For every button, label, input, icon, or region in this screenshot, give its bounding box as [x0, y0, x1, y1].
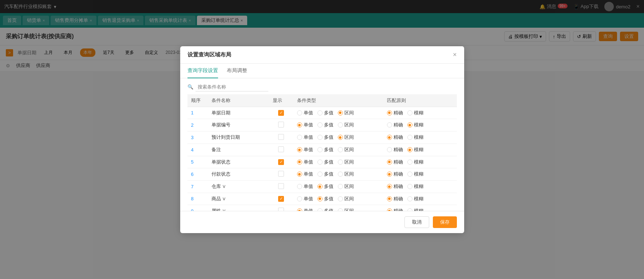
match-opt-模糊-3[interactable]: 模糊 [407, 146, 423, 153]
match-opt-精确-3[interactable]: 精确 [387, 146, 403, 153]
type-opt-单值-0[interactable]: 单值 [297, 110, 313, 116]
match-opt-精确-2[interactable]: 精确 [387, 134, 403, 141]
radio-label-区间-3: 区间 [344, 146, 354, 153]
radio-label-区间-2: 区间 [344, 134, 354, 141]
checkbox-1[interactable] [278, 122, 284, 127]
type-opt-多值-0[interactable]: 多值 [317, 110, 333, 116]
checkbox-7[interactable] [278, 196, 284, 202]
type-opt-单值-4[interactable]: 单值 [297, 159, 313, 165]
match-opt-精确-8[interactable]: 精确 [387, 208, 403, 211]
checkbox-5[interactable] [278, 171, 284, 177]
row-type-7: 单值多值区间 [293, 193, 383, 205]
type-opt-单值-8[interactable]: 单值 [297, 208, 313, 211]
radio-label-多值-7: 多值 [324, 196, 333, 202]
type-opt-区间-6[interactable]: 区间 [338, 183, 354, 190]
match-label-精确-0: 精确 [394, 110, 403, 116]
type-opt-区间-0[interactable]: 区间 [338, 110, 354, 116]
row-show-3[interactable] [269, 144, 293, 156]
row-show-7[interactable] [269, 193, 293, 205]
type-opt-多值-8[interactable]: 多值 [317, 208, 333, 211]
type-opt-多值-5[interactable]: 多值 [317, 171, 333, 177]
type-opt-区间-7[interactable]: 区间 [338, 196, 354, 202]
radio-dot-单值-4 [297, 160, 302, 165]
match-opt-精确-7[interactable]: 精确 [387, 196, 403, 202]
checkbox-0[interactable] [278, 110, 284, 116]
match-dot-精确-2 [387, 135, 392, 140]
table-row: 4备注单值多值区间精确模糊 [187, 144, 457, 156]
type-opt-区间-4[interactable]: 区间 [338, 159, 354, 165]
type-opt-单值-3[interactable]: 单值 [297, 146, 313, 153]
type-opt-单值-7[interactable]: 单值 [297, 196, 313, 202]
type-opt-单值-5[interactable]: 单值 [297, 171, 313, 177]
match-opt-精确-5[interactable]: 精确 [387, 171, 403, 177]
radio-dot-多值-5 [317, 172, 323, 177]
config-table: 顺序 条件名称 显示 条件类型 匹配原则 1单据日期单值多值区间精确模糊2单据编… [187, 94, 457, 211]
row-show-2[interactable] [269, 131, 293, 144]
search-input[interactable] [195, 83, 268, 91]
match-opt-模糊-5[interactable]: 模糊 [407, 171, 423, 177]
match-label-精确-7: 精确 [394, 196, 403, 202]
radio-dot-单值-7 [297, 196, 302, 201]
radio-label-单值-8: 单值 [304, 208, 313, 211]
match-opt-模糊-2[interactable]: 模糊 [407, 134, 423, 141]
match-opt-模糊-6[interactable]: 模糊 [407, 183, 423, 190]
checkbox-4[interactable] [278, 159, 284, 165]
type-opt-区间-1[interactable]: 区间 [338, 122, 354, 128]
match-dot-精确-1 [387, 122, 392, 127]
match-dot-模糊-1 [407, 122, 412, 127]
dialog-tab-fields[interactable]: 查询字段设置 [187, 64, 218, 78]
match-dot-精确-7 [387, 196, 392, 201]
row-type-6: 单值多值区间 [293, 180, 383, 193]
match-opt-模糊-8[interactable]: 模糊 [407, 208, 423, 211]
checkbox-8[interactable] [278, 208, 284, 211]
checkbox-3[interactable] [278, 146, 284, 152]
row-show-0[interactable] [269, 107, 293, 119]
match-opt-模糊-0[interactable]: 模糊 [407, 110, 423, 116]
row-match-0: 精确模糊 [383, 107, 457, 119]
row-show-6[interactable] [269, 180, 293, 193]
match-dot-精确-0 [387, 110, 392, 115]
match-dot-模糊-3 [407, 147, 412, 152]
match-opt-模糊-1[interactable]: 模糊 [407, 122, 423, 128]
match-label-模糊-7: 模糊 [414, 196, 423, 202]
match-dot-模糊-0 [407, 110, 412, 115]
type-opt-单值-6[interactable]: 单值 [297, 183, 313, 190]
table-row: 3预计到货日期单值多值区间精确模糊 [187, 131, 457, 144]
type-opt-多值-6[interactable]: 多值 [317, 183, 333, 190]
type-opt-多值-7[interactable]: 多值 [317, 196, 333, 202]
row-show-5[interactable] [269, 168, 293, 180]
match-opt-模糊-4[interactable]: 模糊 [407, 159, 423, 165]
match-label-精确-5: 精确 [394, 171, 403, 177]
row-seq-1: 2 [187, 119, 208, 131]
type-opt-单值-2[interactable]: 单值 [297, 134, 313, 141]
match-opt-模糊-7[interactable]: 模糊 [407, 196, 423, 202]
type-opt-区间-3[interactable]: 区间 [338, 146, 354, 153]
row-show-4[interactable] [269, 156, 293, 168]
radio-label-多值-0: 多值 [324, 110, 333, 116]
type-opt-区间-8[interactable]: 区间 [338, 208, 354, 211]
type-opt-区间-2[interactable]: 区间 [338, 134, 354, 141]
match-label-精确-1: 精确 [394, 122, 403, 128]
type-opt-单值-1[interactable]: 单值 [297, 122, 313, 128]
type-opt-多值-4[interactable]: 多值 [317, 159, 333, 165]
radio-label-多值-8: 多值 [324, 208, 333, 211]
save-button[interactable]: 保存 [433, 216, 457, 228]
row-show-8[interactable] [269, 205, 293, 211]
checkbox-6[interactable] [278, 183, 284, 189]
type-opt-区间-5[interactable]: 区间 [338, 171, 354, 177]
col-header-match: 匹配原则 [383, 94, 457, 107]
dialog-tab-layout[interactable]: 布局调整 [227, 64, 247, 78]
cancel-button[interactable]: 取消 [404, 216, 429, 228]
type-opt-多值-1[interactable]: 多值 [317, 122, 333, 128]
match-opt-精确-4[interactable]: 精确 [387, 159, 403, 165]
match-opt-精确-0[interactable]: 精确 [387, 110, 403, 116]
type-opt-多值-3[interactable]: 多值 [317, 146, 333, 153]
row-show-1[interactable] [269, 119, 293, 131]
row-seq-2: 3 [187, 131, 208, 144]
match-opt-精确-1[interactable]: 精确 [387, 122, 403, 128]
match-opt-精确-6[interactable]: 精确 [387, 183, 403, 190]
col-header-show: 显示 [269, 94, 293, 107]
checkbox-2[interactable] [278, 134, 284, 140]
type-opt-多值-2[interactable]: 多值 [317, 134, 333, 141]
dialog-close-button[interactable]: × [453, 51, 457, 58]
